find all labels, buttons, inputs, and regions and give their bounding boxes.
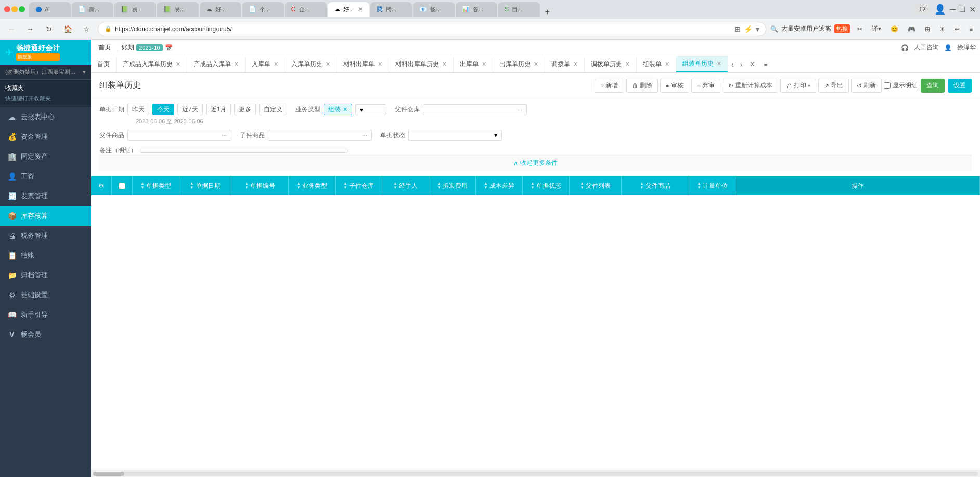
abandon-btn[interactable]: ○ 弃审 (691, 79, 720, 93)
th-cost-diff[interactable]: ▲▼ 成本差异 (476, 176, 523, 195)
undo-icon[interactable]: ↩ (951, 24, 963, 34)
home-btn[interactable]: 🏠 (60, 22, 75, 36)
date-btn-today[interactable]: 今天 (152, 104, 174, 115)
horizontal-scrollbar[interactable] (91, 470, 980, 477)
sidebar-item-fixed-assets[interactable]: 🏢 固定资产 (0, 147, 91, 166)
calendar-icon[interactable]: 📅 (165, 44, 173, 51)
print-btn[interactable]: 🖨 打印 ▾ (780, 79, 816, 93)
browser-tab-10[interactable]: 📊 各... (456, 2, 497, 17)
emoji-icon[interactable]: 😊 (887, 24, 901, 34)
sidebar-item-member[interactable]: V 畅会员 (0, 325, 91, 344)
tab-finished-in-history[interactable]: 产成品入库单历史 ✕ (117, 57, 187, 72)
headset-icon[interactable]: 🎧 (901, 44, 909, 51)
close-tab-out-order[interactable]: ✕ (482, 61, 486, 68)
avatar-icon[interactable]: 👤 (944, 44, 952, 51)
browser-tab-1[interactable]: 📄 新... (72, 2, 113, 17)
browser-tab-ai[interactable]: 🔵 Ai (29, 2, 71, 17)
th-checkbox[interactable] (112, 176, 133, 195)
settings-filter-btn[interactable]: 设置 (948, 79, 972, 93)
tab-finished-in[interactable]: 产成品入库单 ✕ (187, 57, 246, 72)
minimize-window-btn[interactable] (11, 6, 18, 12)
th-disassemble-fee[interactable]: ▲▼ 拆装费用 (429, 176, 476, 195)
close-all-tabs[interactable]: ✕ (745, 58, 759, 70)
parent-wh-more[interactable]: ··· (517, 106, 522, 113)
close-tab-transfer-history[interactable]: ✕ (625, 61, 630, 68)
remove-biz-type-tag[interactable]: ✕ (343, 106, 347, 113)
th-status[interactable]: ▲▼ 单据状态 (523, 176, 570, 195)
status-select[interactable]: ▾ (408, 130, 502, 141)
th-bill-date[interactable]: ▲▼ 单据日期 (179, 176, 231, 195)
th-parent-list[interactable]: ▲▼ 父件列表 (570, 176, 622, 195)
collapse-btn[interactable]: ∧ 收起更多条件 (99, 155, 972, 171)
tab-right-arrow[interactable]: › (737, 58, 746, 71)
query-btn[interactable]: 查询 (921, 79, 945, 93)
sidebar-item-invoice[interactable]: 🧾 发票管理 (0, 186, 91, 206)
select-all-checkbox[interactable] (119, 183, 125, 189)
parent-wh-input[interactable]: ··· (423, 104, 527, 115)
close-tab-in-history[interactable]: ✕ (326, 61, 330, 68)
back-btn[interactable]: ← (4, 22, 19, 36)
close-window-btn[interactable] (4, 6, 10, 12)
tab-in-history[interactable]: 入库单历史 ✕ (285, 57, 337, 72)
scrollbar-track[interactable] (93, 472, 978, 476)
tab-transfer-history[interactable]: 调拨单历史 ✕ (585, 57, 637, 72)
scissors-icon[interactable]: ✂ (854, 24, 866, 34)
child-goods-more[interactable]: ··· (362, 132, 367, 139)
minimize-btn[interactable]: ─ (950, 5, 956, 14)
tab-material-out-history[interactable]: 材料出库单历史 ✕ (389, 57, 454, 72)
forward-btn[interactable]: → (23, 22, 37, 36)
restore-btn[interactable]: □ (960, 5, 965, 14)
date-btn-custom[interactable]: 自定义 (259, 104, 287, 115)
sidebar-item-cloud-report[interactable]: ☁ 云报表中心 (0, 107, 91, 127)
lightning-icon[interactable]: ⚡ (744, 25, 753, 33)
delete-btn[interactable]: 🗑 删除 (626, 79, 658, 93)
sidebar-item-tax[interactable]: 🖨 税务管理 (0, 226, 91, 246)
th-settings[interactable]: ⚙ (91, 176, 112, 195)
menu-icon[interactable]: ≡ (966, 24, 976, 34)
sidebar-company[interactable]: (勿删勿禁用）江西服宝测试专用 ▾ (0, 65, 91, 80)
table-settings-icon[interactable]: ⚙ (98, 182, 104, 189)
browser-tab-6[interactable]: C 企... (285, 2, 327, 17)
user-service-label[interactable]: 人工咨询 (914, 43, 939, 52)
scrollbar-thumb[interactable] (93, 472, 124, 476)
th-bill-type[interactable]: ▲▼ 单据类型 (133, 176, 179, 195)
tab-assembly-history[interactable]: 组装单历史 ✕ (676, 56, 728, 72)
sidebar-item-inventory[interactable]: 📦 库存核算 (0, 206, 91, 226)
tab-transfer[interactable]: 调拨单 ✕ (545, 57, 585, 72)
sidebar-item-settings[interactable]: ⚙ 基础设置 (0, 285, 91, 305)
display-detail[interactable]: 显示明细 (884, 81, 918, 90)
parent-goods-input[interactable]: ··· (127, 130, 231, 141)
th-unit[interactable]: ▲▼ 计量单位 (689, 176, 736, 195)
tab-assembly[interactable]: 组装单 ✕ (637, 57, 676, 72)
chevron-down-icon[interactable]: ▾ (756, 25, 759, 33)
new-tab-btn[interactable]: + (541, 7, 554, 17)
review-btn[interactable]: ● 审核 (660, 79, 689, 93)
close-tab-finished-in-history[interactable]: ✕ (176, 61, 180, 68)
tab-more-menu[interactable]: ≡ (759, 58, 772, 70)
address-box[interactable]: 🔒 https://cloud.chanjet.com/accounting/u… (98, 22, 766, 36)
browser-tab-5[interactable]: 📄 个... (242, 2, 284, 17)
browser-tab-2[interactable]: 📗 易... (114, 2, 156, 17)
close-tab-7[interactable]: ✕ (358, 6, 363, 13)
th-sub-wh[interactable]: ▲▼ 子件仓库 (336, 176, 382, 195)
th-parent-goods[interactable]: ▲▼ 父件商品 (622, 176, 689, 195)
favorites-sub[interactable]: 快捷键打开收藏夹 (5, 95, 86, 102)
tab-left-arrow[interactable]: ‹ (728, 58, 737, 71)
tab-in-order[interactable]: 入库单 ✕ (246, 57, 285, 72)
translate-icon[interactable]: 译▾ (869, 23, 884, 34)
note-input[interactable] (140, 149, 348, 153)
sidebar-item-closing[interactable]: 📋 结账 (0, 246, 91, 265)
recalc-btn[interactable]: ↻ 重新计算成本 (723, 79, 778, 93)
tab-material-out[interactable]: 材料出库单 ✕ (337, 57, 389, 72)
maximize-window-btn[interactable] (19, 6, 25, 12)
export-btn[interactable]: ↗ 导出 (818, 79, 849, 93)
close-tab-assembly[interactable]: ✕ (665, 61, 669, 68)
home-page-btn[interactable]: 首页 (95, 42, 114, 54)
reload-btn[interactable]: ↻ (42, 22, 56, 36)
tab-out-history[interactable]: 出库单历史 ✕ (493, 57, 545, 72)
sun-icon[interactable]: ☀ (936, 24, 948, 34)
browser-tab-7[interactable]: ☁ 好... ✕ (328, 2, 369, 17)
close-tab-in-order[interactable]: ✕ (274, 61, 278, 68)
sidebar-item-capital[interactable]: 💰 资金管理 (0, 127, 91, 147)
th-handler[interactable]: ▲▼ 经手人 (382, 176, 429, 195)
